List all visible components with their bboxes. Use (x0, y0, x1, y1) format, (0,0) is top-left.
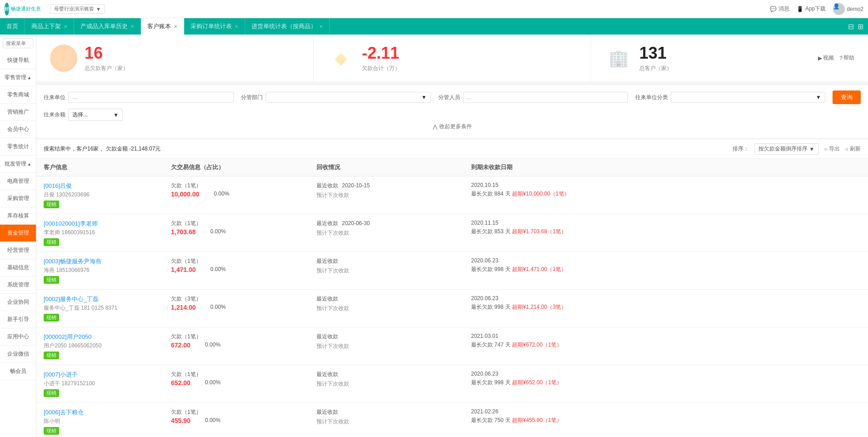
stat-number-total-customers: 131 (639, 44, 811, 63)
overdue-link-1[interactable]: 超期¥10,000.00（1笔） (512, 191, 570, 197)
sidebar-item-basic[interactable]: 基础信息 (0, 259, 36, 276)
tab-production-label: 产成品入库单历史 (80, 22, 128, 30)
overdue-link-4[interactable]: 超期¥1,214.00（3笔） (512, 304, 567, 310)
overdue-days-7: 最长欠款 750 天 超期¥455.90（1笔） (471, 417, 861, 424)
sidebar-item-newbie[interactable]: 新手引导 (0, 311, 36, 328)
sidebar-item-biz-mgmt[interactable]: 经营管理 (0, 242, 36, 259)
overdue-link-5[interactable]: 超期¥672.00（1笔） (512, 342, 562, 348)
filter-area: 往来单位 ... 分管部门 ▼ 分管人员 ... (36, 85, 868, 138)
tab-products-label: 商品上下架 (31, 22, 61, 30)
sidebar-item-system-label: 系统管理 (7, 281, 29, 288)
tab-stock-close[interactable]: ✕ (319, 24, 323, 29)
customer-name-7[interactable]: [0006]去下粮仓 (44, 409, 84, 416)
sidebar: 快捷导航 零售管理 ▲ 零售商城 营销推广 会员中心 零售统计 批发管理 ▲ 电… (0, 35, 36, 437)
top-right: 💬 消息 📱 App下载 👤 demo2 (770, 3, 863, 15)
overdue-link-2[interactable]: 超期¥1,703.68（1笔） (512, 228, 567, 235)
customer-name-1[interactable]: [0016]吕俊 (44, 182, 72, 189)
customer-name-3[interactable]: [0003]畅捷服务尹海燕 (44, 258, 101, 265)
tab-products[interactable]: 商品上下架 ✕ (25, 18, 74, 35)
sidebar-item-enterprise[interactable]: 企业协同 (0, 294, 36, 311)
tab-home[interactable]: 首页 (0, 18, 25, 35)
stat-card-debt-customers: ¥ 16 总欠款客户（家） (36, 35, 314, 81)
user-menu[interactable]: 👤 demo2 (833, 3, 863, 15)
refresh-icon: ○ (845, 146, 848, 152)
search-input[interactable] (3, 38, 33, 48)
tab-stock[interactable]: 进货单统计表（按商品） ✕ (245, 18, 330, 35)
sidebar-item-apps[interactable]: 应用中心 (0, 328, 36, 346)
tab-production[interactable]: 产成品入库单历史 ✕ (74, 18, 141, 35)
refresh-btn[interactable]: ○ 刷新 (845, 145, 861, 153)
sidebar-item-retail-mgmt[interactable]: 零售管理 ▲ (0, 69, 36, 86)
recent-label-3: 最近收款 (316, 258, 338, 264)
sidebar-item-basic-label: 基础信息 (7, 264, 29, 271)
app-download-btn[interactable]: 📱 App下载 (797, 5, 826, 13)
overdue-link-6[interactable]: 超期¥652.00（1笔） (512, 379, 562, 386)
customer-name-5[interactable]: [000002]用户2050 (44, 333, 92, 340)
debt-count-3: 欠款（1笔） (171, 257, 316, 265)
table-row: [000002]用户2050 用户2050 18665062050 现销 欠款（… (36, 327, 868, 365)
table-container: 客户信息 欠交易信息（占比） 回收情况 到期未收款日期 [0016]吕俊 吕俊 … (36, 159, 868, 437)
customer-name-6[interactable]: [0007]小进干 (44, 371, 78, 378)
debt-count-1: 欠款（1笔） (171, 182, 316, 190)
filter-classification: 往来单位分类 ▼ (635, 92, 825, 103)
sidebar-item-batch-mgmt-label: 批发管理 (5, 160, 26, 168)
customer-name-4[interactable]: [0002]服务中心_丁磊 (44, 296, 99, 302)
message-btn[interactable]: 💬 消息 (770, 5, 789, 13)
tab-purchase-close[interactable]: ✕ (235, 24, 238, 29)
nav-maximize-btn[interactable]: ⊞ (858, 22, 863, 31)
customer-tag-7: 现销 (44, 427, 59, 435)
sidebar-item-purchase[interactable]: 采购管理 (0, 190, 36, 207)
tab-customer[interactable]: 客户账本 ✕ (141, 18, 184, 35)
help-btn[interactable]: ? 帮助 (839, 54, 854, 62)
sort-select[interactable]: 按欠款金额倒序排序 ▼ (754, 143, 819, 155)
sidebar-item-marketing[interactable]: 营销推广 (0, 104, 36, 121)
sidebar-item-retail-stats[interactable]: 零售统计 (0, 138, 36, 156)
sidebar-item-retail-mall[interactable]: 零售商城 (0, 86, 36, 104)
app-label: App下载 (805, 5, 826, 13)
customer-info-1: [0016]吕俊 吕俊 13026203696 现销 (44, 182, 171, 208)
tab-products-close[interactable]: ✕ (64, 24, 67, 29)
customer-info-5: [000002]用户2050 用户2050 18665062050 现销 (44, 333, 171, 359)
overdue-link-7[interactable]: 超期¥455.90（1笔） (512, 417, 562, 423)
table-row: [0002]服务中心_丁磊 服务中心_丁磊 181 0125 8371 现销 欠… (36, 290, 868, 327)
table-row: [0006]去下粮仓 陈小明 现销 欠款（1笔） 455.90 0.00% 最近… (36, 403, 868, 437)
staff-input[interactable]: ... (463, 92, 628, 103)
collapse-btn[interactable]: ⋀ 收起更多条件 (44, 121, 861, 132)
sidebar-item-finance[interactable]: 资金管理 (0, 225, 36, 242)
sidebar-item-marketing-label: 营销推广 (7, 109, 29, 115)
tab-production-close[interactable]: ✕ (130, 24, 134, 29)
help-icon: ? (839, 55, 843, 61)
overdue-days-5: 最长欠款 747 天 超期¥672.00（1笔） (471, 341, 861, 349)
customer-tag-3: 现销 (44, 276, 59, 284)
sidebar-item-wechat[interactable]: 企业微信 (0, 346, 36, 363)
search-btn[interactable]: 查询 (833, 90, 861, 104)
industry-selector[interactable]: 母婴行业演示账套 ▼ (50, 4, 105, 14)
dept-select[interactable]: ▼ (266, 92, 431, 103)
top-bar: 好 畅捷通好生意 母婴行业演示账套 ▼ 💬 消息 📱 App下载 👤 demo2 (0, 0, 868, 18)
export-icon: ○ (824, 146, 828, 152)
classification-select[interactable]: ▼ (671, 92, 825, 103)
tab-customer-close[interactable]: ✕ (174, 24, 177, 29)
debt-percent-1: 0.00% (214, 191, 229, 197)
export-btn[interactable]: ○ 导出 (824, 145, 840, 153)
sidebar-item-vip[interactable]: 畅会员 (0, 363, 36, 380)
source-unit-input[interactable]: ... (68, 92, 234, 103)
overdue-days-2: 最长欠款 853 天 超期¥1,703.68（1笔） (471, 228, 861, 236)
sidebar-item-batch-mgmt[interactable]: 批发管理 ▲ (0, 156, 36, 173)
sidebar-item-ecommerce[interactable]: 电商管理 (0, 173, 36, 190)
sidebar-item-system[interactable]: 系统管理 (0, 276, 36, 294)
tab-purchase[interactable]: 采购订单统计表 ✕ (184, 18, 245, 35)
refresh-label: 刷新 (850, 145, 861, 153)
customer-name-2[interactable]: [0001020001]李老师 (44, 220, 98, 227)
sidebar-item-enterprise-label: 企业协同 (7, 299, 29, 305)
overdue-link-3[interactable]: 超期¥1,471.00（1笔） (512, 266, 567, 272)
sidebar-item-inventory[interactable]: 库存核算 (0, 207, 36, 225)
brand-name: 畅捷通好生意 (11, 5, 41, 12)
debt-amount-6: 652.00 (171, 379, 191, 387)
sidebar-item-quick[interactable]: 快捷导航 (0, 52, 36, 69)
nav-minimize-btn[interactable]: ⊟ (848, 22, 854, 31)
balance-select[interactable]: 选择... ▼ (68, 109, 123, 121)
sidebar-item-member[interactable]: 会员中心 (0, 121, 36, 138)
video-btn[interactable]: ▶ 视频 (818, 54, 834, 62)
sidebar-item-purchase-label: 采购管理 (7, 195, 29, 201)
